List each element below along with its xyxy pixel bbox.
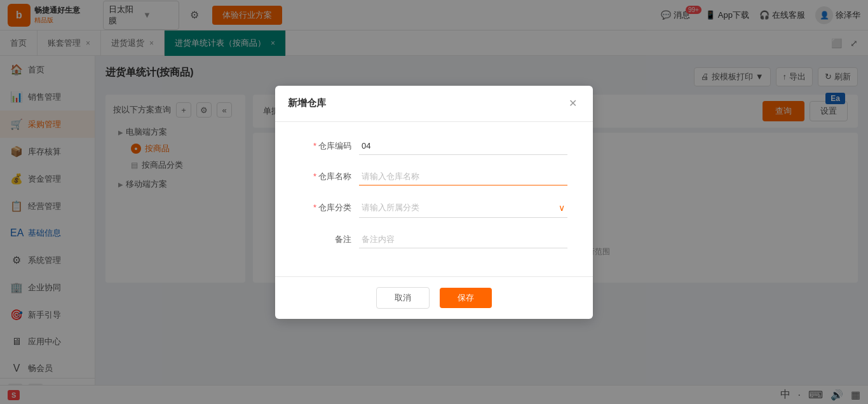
warehouse-category-select[interactable]: 请输入所属分类 ∨ bbox=[359, 198, 567, 218]
form-row-remarks: 备注 bbox=[301, 231, 567, 248]
warehouse-code-input[interactable] bbox=[359, 137, 567, 155]
warehouse-name-label: 仓库名称 bbox=[301, 171, 351, 182]
cancel-button[interactable]: 取消 bbox=[376, 287, 430, 309]
warehouse-category-placeholder: 请输入所属分类 bbox=[362, 202, 559, 213]
modal-overlay[interactable]: 新增仓库 ✕ 仓库编码 仓库名称 仓库分类 请输入所属分类 ∨ bbox=[0, 0, 868, 404]
remarks-label: 备注 bbox=[301, 234, 351, 245]
form-row-code: 仓库编码 bbox=[301, 137, 567, 155]
modal-dialog: 新增仓库 ✕ 仓库编码 仓库名称 仓库分类 请输入所属分类 ∨ bbox=[275, 86, 593, 319]
remarks-input[interactable] bbox=[359, 231, 567, 248]
modal-footer: 取消 保存 bbox=[275, 276, 593, 319]
warehouse-code-label: 仓库编码 bbox=[301, 140, 351, 152]
modal-title: 新增仓库 bbox=[288, 97, 326, 109]
warehouse-name-input[interactable] bbox=[359, 168, 567, 185]
modal-header: 新增仓库 ✕ bbox=[275, 86, 593, 122]
form-row-category: 仓库分类 请输入所属分类 ∨ bbox=[301, 198, 567, 218]
save-button[interactable]: 保存 bbox=[440, 288, 492, 308]
modal-close-button[interactable]: ✕ bbox=[565, 96, 580, 111]
form-row-name: 仓库名称 bbox=[301, 168, 567, 185]
warehouse-category-label: 仓库分类 bbox=[301, 202, 351, 213]
category-dropdown-arrow: ∨ bbox=[559, 203, 565, 213]
modal-body: 仓库编码 仓库名称 仓库分类 请输入所属分类 ∨ 备注 bbox=[275, 122, 593, 276]
